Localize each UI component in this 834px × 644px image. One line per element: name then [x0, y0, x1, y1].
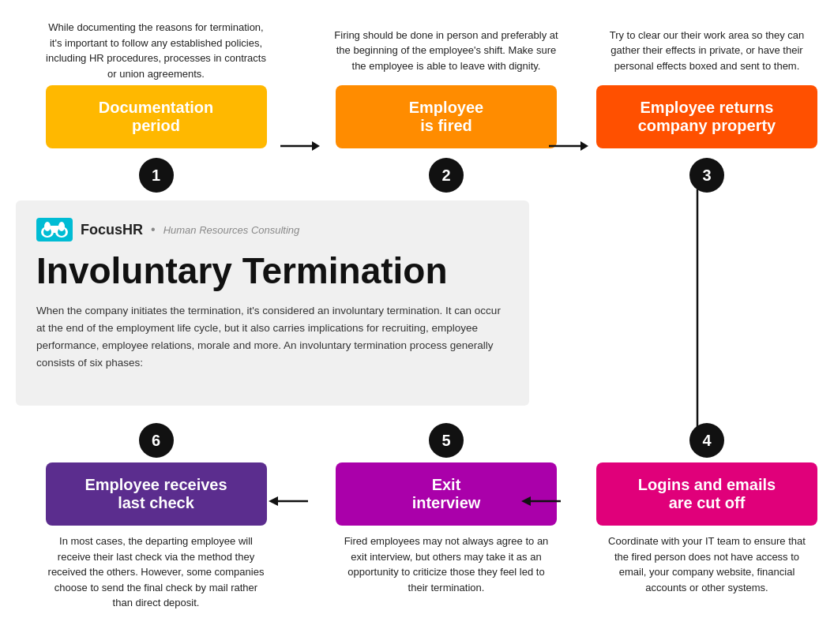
bottom-section: 6 Employee receives last check In most c… [0, 414, 834, 627]
svg-rect-17 [51, 226, 58, 230]
step-5-col: 5 Exit interview Fired employees may not… [328, 414, 565, 611]
page-title: Involuntary Termination [36, 251, 509, 291]
step-1-description: While documenting the reasons for termin… [38, 16, 275, 85]
step-4-col: 4 Logins and emails are cut off Coordina… [596, 414, 817, 611]
intro-text: When the company initiates the terminati… [36, 302, 509, 373]
step-1-col: While documenting the reasons for termin… [16, 16, 296, 193]
step-1-label: Documentation period [99, 99, 214, 135]
step-3-box: Employee returns company property [596, 85, 817, 148]
logo-icon [36, 218, 73, 242]
arrow-1-2-spacer [296, 16, 328, 193]
step-6-label: Employee receives last check [85, 476, 227, 512]
step-6-number: 6 [139, 423, 174, 458]
top-section: While documenting the reasons for termin… [0, 0, 834, 193]
step-2-number: 2 [429, 158, 464, 193]
middle-section: FocusHR • Human Resources Consulting Inv… [0, 200, 834, 406]
logo-separator: • [151, 223, 156, 237]
step-1-box: Documentation period [46, 85, 267, 148]
step-4-description: Coordinate with your IT team to ensure t… [596, 526, 817, 595]
svg-point-16 [58, 222, 65, 231]
step-5-number: 5 [429, 423, 464, 458]
arrow-2-3-spacer [565, 16, 596, 193]
step-5-description: Fired employees may not always agree to … [332, 526, 561, 595]
step-1-number: 1 [139, 158, 174, 193]
arrow-5-4-spacer [565, 414, 596, 611]
logo-subtitle: Human Resources Consulting [163, 224, 300, 236]
step-6-box: Employee receives last check [46, 462, 267, 526]
step-5-box: Exit interview [336, 462, 557, 526]
step-5-label: Exit interview [412, 476, 481, 512]
step-3-description: Try to clear our their work area so they… [599, 16, 816, 85]
step-2-col: Firing should be done in person and pref… [328, 16, 565, 193]
step-3-col: Try to clear our their work area so they… [596, 16, 817, 193]
info-card: FocusHR • Human Resources Consulting Inv… [16, 200, 529, 406]
step-2-label: Employee is fired [409, 99, 483, 135]
page-layout: While documenting the reasons for termin… [0, 0, 834, 627]
step-6-description: In most cases, the departing employee wi… [42, 526, 271, 611]
svg-point-15 [44, 222, 51, 231]
step-3-label: Employee returns company property [638, 99, 776, 135]
step-3-number: 3 [689, 158, 724, 193]
step-4-label: Logins and emails are cut off [638, 476, 776, 512]
logo-row: FocusHR • Human Resources Consulting [36, 218, 509, 242]
logo-name: FocusHR [81, 222, 143, 238]
arrow-6-5-spacer [296, 414, 328, 611]
right-connector-space [529, 200, 806, 406]
binoculars-svg [40, 221, 69, 238]
step-6-col: 6 Employee receives last check In most c… [16, 414, 296, 611]
step-4-number: 4 [689, 423, 724, 458]
step-2-description: Firing should be done in person and pref… [328, 16, 565, 85]
step-4-box: Logins and emails are cut off [596, 462, 817, 526]
step-2-box: Employee is fired [336, 85, 557, 148]
